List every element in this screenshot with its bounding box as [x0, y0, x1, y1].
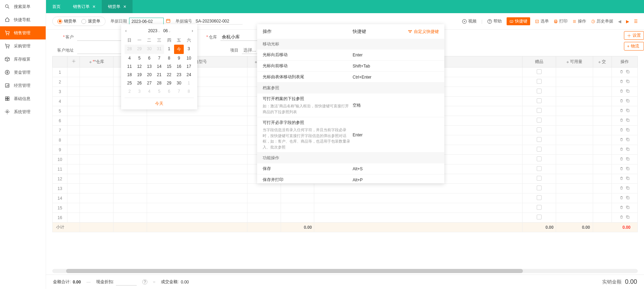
gift-cell[interactable]	[522, 193, 556, 203]
cal-day[interactable]: 28	[125, 45, 135, 54]
gift-cell[interactable]	[522, 184, 556, 193]
delete-icon[interactable]	[619, 108, 624, 114]
settings-col[interactable]	[67, 56, 80, 67]
table-row[interactable]: 14	[53, 193, 638, 203]
cal-month-select[interactable]: 06	[163, 28, 170, 33]
copy-icon[interactable]	[626, 215, 630, 220]
cal-day[interactable]: 3	[135, 87, 145, 96]
sidebar-purchase[interactable]: 采购管理	[0, 39, 46, 53]
copy-icon[interactable]	[626, 157, 630, 162]
sidebar-system[interactable]: 系统管理	[0, 105, 46, 118]
cal-day[interactable]: 29	[135, 45, 145, 54]
checkbox[interactable]	[537, 98, 542, 103]
settings-button[interactable]: 设置	[624, 31, 644, 40]
help-link[interactable]: 帮助	[487, 18, 502, 24]
cal-day[interactable]: 1	[164, 45, 174, 54]
sidebar-search[interactable]: 搜索菜单	[0, 0, 46, 13]
radio-return[interactable]: 退货单	[81, 18, 100, 24]
cal-day[interactable]: 30	[174, 79, 184, 87]
cal-day[interactable]: 24	[184, 71, 194, 79]
tab-sales-order[interactable]: 销售订单✕	[67, 0, 102, 13]
delete-icon[interactable]	[619, 79, 624, 84]
delete-icon[interactable]	[619, 205, 624, 210]
cal-day[interactable]: 4	[144, 87, 154, 96]
sidebar-finance[interactable]: 资金管理	[0, 66, 46, 79]
cal-day[interactable]: 6	[164, 87, 174, 96]
gift-cell[interactable]	[522, 174, 556, 184]
close-icon[interactable]: ✕	[123, 4, 126, 9]
copy-icon[interactable]	[626, 166, 630, 172]
checkbox[interactable]	[537, 69, 542, 74]
cal-day[interactable]: 30	[144, 45, 154, 54]
gift-cell[interactable]	[522, 203, 556, 213]
chevron-left-icon[interactable]: ◀	[618, 19, 621, 24]
cal-day[interactable]: 7	[154, 54, 164, 62]
copy-icon[interactable]	[626, 89, 630, 94]
scrollbar-thumb[interactable]	[66, 269, 523, 273]
cal-day[interactable]: 11	[125, 62, 135, 71]
cal-next-icon[interactable]: ›	[192, 28, 193, 33]
delete-icon[interactable]	[619, 99, 624, 104]
cal-day[interactable]: 20	[144, 71, 154, 79]
col-warehouse[interactable]: ◆**仓库	[80, 56, 114, 67]
copy-icon[interactable]	[626, 128, 630, 133]
cal-day[interactable]: 29	[164, 79, 174, 87]
cal-day[interactable]: 9	[174, 54, 184, 62]
sidebar-inventory[interactable]: 库存核算	[0, 53, 46, 66]
checkbox[interactable]	[537, 166, 542, 171]
cal-day[interactable]: 8	[184, 87, 194, 96]
cal-day[interactable]: 25	[125, 79, 135, 87]
cal-day[interactable]: 26	[135, 79, 145, 87]
copy-icon[interactable]	[626, 176, 630, 181]
close-icon[interactable]: ✕	[92, 4, 96, 9]
checkbox[interactable]	[537, 156, 542, 161]
copy-icon[interactable]	[626, 186, 630, 191]
cal-day[interactable]: 2	[125, 87, 135, 96]
cal-day[interactable]: 18	[125, 71, 135, 79]
copy-icon[interactable]	[626, 79, 630, 84]
cal-day[interactable]: 21	[154, 71, 164, 79]
video-link[interactable]: 视频	[462, 18, 477, 24]
delete-icon[interactable]	[619, 70, 624, 75]
cal-day[interactable]: 6	[144, 54, 154, 62]
delete-icon[interactable]	[619, 157, 624, 162]
sidebar-nav[interactable]: 快捷导航	[0, 13, 46, 26]
checkbox[interactable]	[537, 215, 542, 219]
checkbox[interactable]	[537, 89, 542, 93]
cal-day[interactable]: 1	[184, 79, 194, 87]
checkbox[interactable]	[537, 195, 542, 200]
delete-icon[interactable]	[619, 128, 624, 133]
copy-icon[interactable]	[626, 70, 630, 75]
cal-day[interactable]: 10	[184, 54, 194, 62]
checkbox[interactable]	[537, 118, 542, 123]
table-row[interactable]: 16	[53, 213, 638, 223]
cal-day[interactable]: 今	[174, 45, 184, 54]
gift-cell[interactable]	[522, 155, 556, 164]
cal-day[interactable]: 5	[154, 87, 164, 96]
sidebar-basic[interactable]: 基础信息	[0, 92, 46, 105]
cal-day[interactable]: 13	[144, 62, 154, 71]
gift-cell[interactable]	[522, 97, 556, 106]
col-deliver[interactable]: ◆交	[593, 56, 612, 67]
checkbox[interactable]	[537, 108, 542, 113]
checkbox[interactable]	[537, 205, 542, 210]
history-link[interactable]: 历史单据	[591, 18, 613, 24]
cal-day[interactable]: 3	[184, 45, 194, 54]
radio-sales[interactable]: 销货单	[57, 18, 76, 24]
delete-icon[interactable]	[619, 196, 624, 201]
col-gift[interactable]: 赠品	[522, 56, 556, 67]
cal-day[interactable]: 12	[135, 62, 145, 71]
sidebar-sales[interactable]: 销售管理	[0, 26, 46, 39]
gift-cell[interactable]	[522, 135, 556, 145]
checkbox[interactable]	[537, 127, 542, 132]
gift-cell[interactable]	[522, 116, 556, 126]
cal-day[interactable]: 28	[154, 79, 164, 87]
checkbox[interactable]	[537, 137, 542, 142]
gift-cell[interactable]	[522, 164, 556, 174]
col-available[interactable]: ◆可用量	[556, 56, 593, 67]
delete-icon[interactable]	[619, 176, 624, 181]
cal-day[interactable]: 19	[135, 71, 145, 79]
gift-cell[interactable]	[522, 87, 556, 97]
cal-day[interactable]: 14	[154, 62, 164, 71]
cal-today-link[interactable]: 今天	[155, 101, 163, 106]
